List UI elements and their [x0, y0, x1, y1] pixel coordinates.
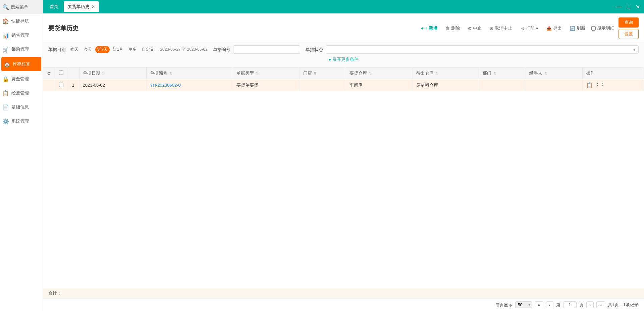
shortcut-yesterday[interactable]: 昨天	[68, 46, 80, 53]
th-req-warehouse[interactable]: 要货仓库 ⇅	[346, 68, 413, 79]
stop-label: 中止	[473, 25, 482, 31]
pagination: 每页显示 50 10 20 100 « ‹ 第 页 › » 共1页，1条记录	[43, 298, 644, 311]
sidebar-item-quick-nav[interactable]: 🏠 快捷导航	[0, 14, 43, 28]
sort-icon-doc-number: ⇅	[169, 72, 172, 75]
row-edit-icon[interactable]: 📋	[586, 82, 593, 88]
sidebar-search-label: 搜索菜单	[11, 4, 28, 10]
export-label: 导出	[553, 25, 562, 31]
tab-home[interactable]: 首页	[46, 1, 62, 12]
print-button[interactable]: 🖨 打印 ▾	[518, 24, 540, 33]
new-label: + 新增	[425, 25, 437, 31]
shortcut-1month[interactable]: 近1月	[111, 46, 125, 53]
th-department[interactable]: 部门 ⇅	[479, 68, 526, 79]
stop-button[interactable]: ⊘ 中止	[466, 24, 484, 33]
filter-date: 单据日期 昨天 今天 近7天 近1月 更多 自定义 2023-05-27 至 2…	[48, 46, 208, 53]
last-page-button[interactable]: »	[596, 301, 605, 308]
page-size-select[interactable]: 50 10 20 100	[515, 301, 532, 308]
shortcut-today[interactable]: 今天	[82, 46, 94, 53]
sidebar-item-sales-mgmt[interactable]: 📊 销售管理	[0, 28, 43, 42]
date-range-display: 2023-05-27 至 2023-06-02	[160, 47, 207, 52]
sidebar-item-finance-mgmt[interactable]: 🔒 资金管理	[0, 72, 43, 86]
data-table: ⚙ 单据日期 ⇅ 单据编号 ⇅	[43, 68, 644, 91]
page-prefix-label: 第	[556, 302, 560, 308]
th-pending-warehouse[interactable]: 待出仓库 ⇅	[413, 68, 479, 79]
sidebar-item-label: 销售管理	[11, 32, 29, 38]
refresh-icon: 🔄	[570, 26, 575, 31]
row-doc-date: 2023-06-02	[79, 79, 146, 91]
cancel-stop-button[interactable]: ⊘ 取消中止	[488, 24, 514, 33]
next-page-button[interactable]: ›	[586, 301, 594, 308]
row-delete-icon[interactable]: ⋮⋮	[595, 82, 605, 88]
sidebar-search[interactable]: 🔍 搜索菜单	[0, 0, 43, 14]
prev-page-button[interactable]: ‹	[546, 301, 553, 308]
page-suffix-label: 页	[579, 302, 584, 308]
display-detail-label: 显示明细	[597, 25, 614, 31]
sidebar-item-purchase-mgmt[interactable]: 🛒 采购管理	[0, 42, 43, 56]
clipboard-icon: 📋	[3, 90, 9, 96]
sidebar-item-label: 采购管理	[11, 46, 29, 52]
display-detail-checkbox[interactable]: 显示明细	[591, 25, 614, 31]
refresh-button[interactable]: 🔄 刷新	[568, 24, 587, 33]
th-operation: 操作	[582, 68, 644, 79]
close-button[interactable]: ✕	[634, 2, 641, 11]
delete-icon: 🗑	[445, 26, 450, 31]
table-footer: 合计：	[43, 288, 644, 298]
shortcut-7days[interactable]: 近7天	[95, 46, 110, 53]
settings-button[interactable]: 设置	[619, 29, 639, 39]
expand-filter-button[interactable]: ▾ 展开更多条件	[326, 55, 361, 64]
new-button[interactable]: + + 新增	[419, 24, 439, 33]
status-label: 单据状态	[306, 47, 323, 53]
status-select[interactable]	[326, 45, 639, 54]
doc-number-link[interactable]: YH-20230602-0	[150, 83, 181, 88]
sidebar-item-basic-info[interactable]: 📄 基础信息	[0, 100, 43, 114]
content-area: 要货单历史 + + 新增 🗑 删除 ⊘ 中止 ⊘ 取消中止	[43, 13, 644, 311]
lock-icon: 🔒	[3, 76, 9, 82]
doc-number-label: 单据编号	[213, 47, 230, 53]
print-label: 打印	[526, 25, 535, 31]
query-button[interactable]: 查询	[619, 17, 639, 28]
page-size-label: 每页显示	[495, 302, 513, 308]
tab-requisition-history[interactable]: 要货单历史 ✕	[64, 1, 99, 12]
first-page-button[interactable]: «	[535, 301, 543, 308]
row-handler	[526, 79, 583, 91]
cancel-stop-icon: ⊘	[490, 26, 493, 31]
doc-number-input[interactable]	[233, 45, 300, 54]
sidebar-item-label: 经营管理	[11, 90, 29, 96]
sidebar-item-business-mgmt[interactable]: 📋 经营管理	[0, 86, 43, 100]
display-detail-input[interactable]	[591, 26, 596, 31]
filter-status: 单据状态	[306, 45, 639, 54]
table-area: ⚙ 单据日期 ⇅ 单据编号 ⇅	[43, 68, 644, 288]
th-doc-type[interactable]: 单据类型 ⇅	[233, 68, 300, 79]
print-dropdown-icon: ▾	[536, 26, 538, 31]
th-doc-date[interactable]: 单据日期 ⇅	[79, 68, 146, 79]
sidebar-item-inventory-calc[interactable]: 🏠 库存核算	[1, 57, 41, 71]
th-store[interactable]: 门店 ⇅	[300, 68, 346, 79]
th-handler[interactable]: 经手人 ⇅	[526, 68, 583, 79]
table-row: 1 2023-06-02 YH-20230602-0 要货单要货	[43, 79, 644, 91]
sidebar-item-sys-mgmt[interactable]: ⚙️ 系统管理	[0, 114, 43, 128]
date-filter-label: 单据日期	[48, 47, 66, 53]
expand-label: 展开更多条件	[332, 56, 359, 62]
page-number-input[interactable]	[563, 301, 577, 308]
search-icon: 🔍	[3, 4, 9, 10]
sort-icon-handler: ⇅	[544, 72, 547, 75]
sidebar-item-label: 快捷导航	[11, 18, 29, 24]
sort-icon-doc-type: ⇅	[256, 72, 259, 75]
row-department	[479, 79, 526, 91]
stop-icon: ⊘	[468, 26, 472, 31]
th-doc-number[interactable]: 单据编号 ⇅	[146, 68, 233, 79]
cart-icon: 🛒	[3, 46, 9, 52]
sort-icon-pending-warehouse: ⇅	[435, 72, 438, 75]
maximize-button[interactable]: □	[626, 2, 632, 11]
shortcut-custom[interactable]: 自定义	[140, 46, 156, 53]
row-checkbox[interactable]	[59, 83, 63, 87]
export-button[interactable]: 📤 导出	[544, 24, 564, 33]
shortcut-more[interactable]: 更多	[126, 46, 139, 53]
status-select-wrapper	[326, 45, 639, 54]
select-all-checkbox[interactable]	[59, 71, 63, 75]
th-settings[interactable]: ⚙	[43, 68, 55, 79]
th-num	[67, 68, 79, 79]
delete-button[interactable]: 🗑 删除	[443, 24, 462, 33]
tab-close-icon[interactable]: ✕	[92, 4, 95, 9]
minimize-button[interactable]: —	[615, 2, 623, 11]
